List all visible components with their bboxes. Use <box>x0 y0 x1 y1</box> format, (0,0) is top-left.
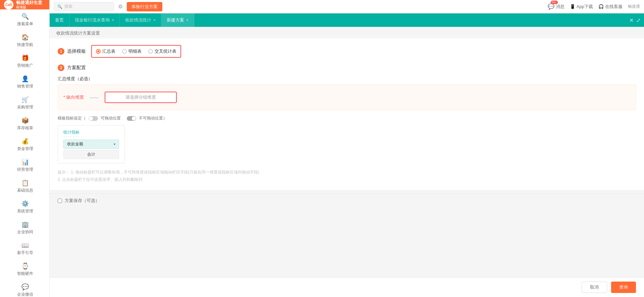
movable-toggle[interactable] <box>89 116 98 121</box>
query-button[interactable]: 查询 <box>611 282 636 293</box>
radio-detail[interactable]: 明细表 <box>122 48 142 54</box>
step1-label: 1 选择模板 汇总表 明细表 交叉统计表 <box>58 45 636 58</box>
sidebar-label-inventory: 库存核算 <box>17 125 33 131</box>
content-area: 收款情况统计方案设置 1 选择模板 汇总表 明细表 <box>50 27 644 277</box>
app-label: App下载 <box>577 4 593 10</box>
tab-new-plan[interactable]: 新建方案 × <box>161 13 194 27</box>
sidebar-item-smart-hw[interactable]: ⌚ 智能硬件 <box>0 259 49 280</box>
config-panel: * 纵向维度 —— 请选择分组维度 <box>58 85 636 110</box>
finance-icon: 💰 <box>21 138 29 145</box>
indicators-section: 模板指标设定（ 可拖动位置 不可拖动位置） 统计指标 收款金额 <box>58 115 636 163</box>
sidebar-label-finance: 资金管理 <box>17 146 33 152</box>
trial-button[interactable]: 体验行业方案 <box>127 2 162 11</box>
radio-detail-circle <box>122 49 127 54</box>
vertical-label: * 纵向维度 <box>63 94 84 100</box>
subtotal-row: 合计 <box>63 150 119 159</box>
gear-icon[interactable]: ⚙ <box>118 3 123 10</box>
message-icon: 💬99+ <box>548 3 554 10</box>
operations-icon: 📊 <box>21 158 29 166</box>
message-badge: 99+ <box>551 1 558 4</box>
topbar: 🔍 搜索 ⚙ 体验行业方案 💬99+ 消息 📱 App下载 🎧 在线客服 畅捷通 <box>50 0 644 13</box>
sidebar-item-quick-nav[interactable]: 🏠 快捷导航 <box>0 30 49 51</box>
indicator-table: 统计指标 收款金额 ▾ 合计 <box>58 125 125 163</box>
step2-title: 方案配置 <box>67 65 86 71</box>
message-label: 消息 <box>556 4 565 10</box>
tips-area: 提示： 1. 拖动标题栏可以调整布局，不可跨维度或指标区域拖动栏目字段(只能在同… <box>58 169 636 183</box>
sidebar-item-purchase[interactable]: 🛒 采购管理 <box>0 93 49 113</box>
save-checkbox[interactable] <box>58 199 62 203</box>
step1-num: 1 <box>58 48 64 55</box>
tab-home[interactable]: 首页 <box>50 13 69 27</box>
dimension-placeholder: 请选择分组维度 <box>125 95 156 100</box>
tab-receipt-stat[interactable]: 收款情况统计 × <box>120 13 161 27</box>
tabbar: 首页 现金银行流水查询 × 收款情况统计 × 新建方案 × ✕ ⤢ <box>50 13 644 27</box>
service-icon: 🎧 <box>598 4 604 9</box>
summary-dimension-title: 汇总维度（必选） <box>58 76 93 81</box>
step1-section: 1 选择模板 汇总表 明细表 交叉统计表 <box>58 45 636 58</box>
logo-badge: 标准版 <box>16 5 42 9</box>
sidebar-item-basic-info[interactable]: 📋 基础信息 <box>0 176 49 197</box>
app-download-btn[interactable]: 📱 App下载 <box>570 4 593 10</box>
sidebar-item-system[interactable]: ⚙️ 系统管理 <box>0 197 49 217</box>
search-box[interactable]: 🔍 搜索 <box>54 2 114 11</box>
service-label: 在线客服 <box>605 4 623 10</box>
sidebar-label-search-menu: 搜索菜单 <box>17 21 33 27</box>
movable-label: 可拖动位置 <box>101 115 121 121</box>
radio-summary-label: 汇总表 <box>102 48 115 54</box>
amount-indicator-tag[interactable]: 收款金额 ▾ <box>63 140 119 149</box>
template-radio-group: 汇总表 明细表 交叉统计表 <box>91 45 181 58</box>
system-icon: ⚙️ <box>21 200 29 207</box>
tab-new-plan-close[interactable]: × <box>186 18 189 22</box>
sidebar-item-operations[interactable]: 📊 经营管理 <box>0 155 49 176</box>
message-btn[interactable]: 💬99+ 消息 <box>548 3 565 10</box>
tab-bank-flow-label: 现金银行流水查询 <box>75 17 110 23</box>
sidebar-item-weixin[interactable]: 💬 企业微信 <box>0 280 49 297</box>
main-area: 🔍 搜索 ⚙ 体验行业方案 💬99+ 消息 📱 App下载 🎧 在线客服 畅捷通… <box>50 0 644 297</box>
radio-summary[interactable]: 汇总表 <box>96 48 115 54</box>
tab-receipt-stat-close[interactable]: × <box>153 18 156 22</box>
logo-icon: CaR <box>4 0 13 9</box>
sidebar-label-guide: 新手引导 <box>17 250 33 256</box>
sidebar-label-enterprise: 企业协同 <box>17 229 33 235</box>
sales-icon: 👤 <box>21 75 29 83</box>
tab-expand-icon[interactable]: ⤢ <box>636 17 641 23</box>
radio-cross[interactable]: 交叉统计表 <box>148 48 176 54</box>
username: 畅捷通 <box>628 4 640 9</box>
tab-spacer <box>194 13 626 27</box>
page-header: 收款情况统计方案设置 <box>50 27 644 38</box>
radio-detail-label: 明细表 <box>128 48 142 54</box>
save-row: 方案保存（可选） <box>50 194 644 208</box>
sidebar-item-inventory[interactable]: 📦 库存核算 <box>0 113 49 134</box>
dimension-select[interactable]: 请选择分组维度 <box>105 92 177 103</box>
tab-bank-flow[interactable]: 现金银行流水查询 × <box>69 13 120 27</box>
unmovable-dot <box>132 116 136 120</box>
tab-bank-flow-close[interactable]: × <box>112 18 114 22</box>
sidebar-item-guide[interactable]: 📖 新手引导 <box>0 238 49 259</box>
inventory-icon: 📦 <box>21 117 29 124</box>
tab-receipt-stat-label: 收款情况统计 <box>125 17 151 23</box>
indicator-settings-label: 模板指标设定（ <box>58 115 86 121</box>
tab-close-icon[interactable]: ✕ <box>629 17 634 23</box>
tip-line2: 2. 点击标题栏下拉可设置排序、插入列和删除列 <box>58 176 636 184</box>
smart-hw-icon: ⌚ <box>21 262 29 270</box>
sidebar-item-marketing[interactable]: 🎁 营销推广 <box>0 51 49 72</box>
step2-label: 2 方案配置 <box>58 64 636 71</box>
sidebar-label-weixin: 企业微信 <box>17 292 33 297</box>
search-icon: 🔍 <box>57 4 62 9</box>
logo-text: CaR <box>5 3 12 7</box>
dimension-row: * 纵向维度 —— 请选择分组维度 <box>63 92 630 103</box>
sidebar-label-sales: 销售管理 <box>17 84 33 89</box>
cancel-button[interactable]: 取消 <box>582 282 607 293</box>
sidebar-label-operations: 经营管理 <box>17 167 33 172</box>
dimension-section-title: 汇总维度（必选） <box>58 76 636 82</box>
logo-name: 畅捷通好生意 <box>16 0 42 5</box>
sidebar-item-enterprise[interactable]: 🏢 企业协同 <box>0 217 49 238</box>
sidebar-logo: CaR 畅捷通好生意 标准版 <box>0 0 49 9</box>
unmovable-label: 不可拖动位置） <box>139 115 167 121</box>
sidebar-item-search-menu[interactable]: 🔍 搜索菜单 <box>0 9 49 30</box>
guide-icon: 📖 <box>21 242 29 249</box>
sidebar-item-finance[interactable]: 💰 资金管理 <box>0 134 49 155</box>
online-service-btn[interactable]: 🎧 在线客服 <box>598 4 623 10</box>
sidebar-item-sales[interactable]: 👤 销售管理 <box>0 72 49 93</box>
step2-section: 2 方案配置 汇总维度（必选） * 纵向维度 —— 请选择分组维度 <box>58 64 636 183</box>
